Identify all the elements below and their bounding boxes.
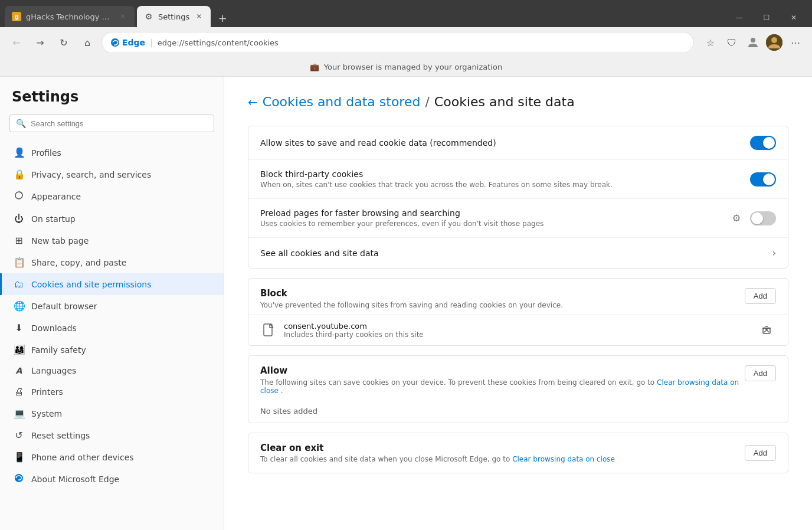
sidebar-item-printers[interactable]: 🖨 Printers — [0, 381, 224, 403]
search-icon: 🔍 — [16, 119, 26, 128]
notification-bar: 💼 Your browser is managed by your organi… — [0, 58, 812, 77]
languages-label: Languages — [31, 366, 76, 375]
see-all-cookies-label: See all cookies and site data — [260, 248, 379, 258]
system-label: System — [31, 409, 62, 418]
content-area: ← Cookies and data stored / Cookies and … — [224, 77, 812, 530]
preload-pages-left: Preload pages for faster browsing and se… — [260, 208, 732, 228]
forward-button[interactable]: → — [31, 33, 50, 52]
block-third-party-row: Block third-party cookies When on, sites… — [248, 160, 788, 199]
about-edge-icon — [14, 473, 24, 485]
sidebar-item-about-edge[interactable]: About Microsoft Edge — [0, 468, 224, 490]
search-input[interactable] — [31, 119, 208, 128]
sidebar-item-downloads[interactable]: ⬇ Downloads — [0, 317, 224, 339]
tab-settings-close[interactable]: ✕ — [194, 12, 204, 21]
newtab-icon: ⊞ — [14, 235, 24, 246]
allow-desc: The following sites can save cookies on … — [260, 378, 745, 395]
clear-link[interactable]: Clear browsing data on close — [512, 455, 615, 463]
sidebar-item-default-browser[interactable]: 🌐 Default browser — [0, 295, 224, 317]
share-label: Share, copy, and paste — [31, 258, 126, 267]
allow-desc-end: . — [281, 387, 283, 395]
no-sites-label: No sites added — [248, 400, 788, 423]
sidebar-item-languages[interactable]: A Languages — [0, 361, 224, 381]
allow-add-button[interactable]: Add — [745, 365, 776, 381]
menu-icon[interactable]: ⋯ — [786, 33, 805, 52]
reset-icon: ↺ — [14, 430, 24, 441]
favorites-icon[interactable]: ☆ — [701, 33, 720, 52]
blocked-site-info: consent.youtube.com Includes third-party… — [284, 322, 750, 339]
delete-blocked-site-button[interactable] — [757, 320, 776, 339]
profile-icon[interactable] — [744, 33, 762, 52]
clear-desc: To clear all cookies and site data when … — [260, 455, 615, 463]
cookies-label: Cookies and site permissions — [31, 280, 152, 289]
toggle-knob-3 — [751, 212, 763, 224]
newtab-label: New tab page — [31, 236, 89, 246]
printers-label: Printers — [31, 387, 63, 397]
back-arrow[interactable]: ← — [248, 95, 258, 109]
clear-section-header: Clear on exit To clear all cookies and s… — [248, 433, 788, 473]
toggle-knob — [763, 137, 775, 149]
shield-icon[interactable]: 🛡 — [722, 33, 741, 52]
sidebar-title: Settings — [0, 89, 224, 114]
block-add-button[interactable]: Add — [745, 288, 776, 304]
tab-ghacks-label: gHacks Technology News — [26, 12, 113, 21]
share-icon: 📋 — [14, 257, 24, 268]
sidebar-item-share[interactable]: 📋 Share, copy, and paste — [0, 251, 224, 273]
tab-settings[interactable]: ⚙ Settings ✕ — [137, 6, 211, 27]
clear-section-left: Clear on exit To clear all cookies and s… — [260, 443, 615, 463]
preload-toggle[interactable] — [750, 211, 776, 225]
minimize-button[interactable]: — — [726, 8, 753, 27]
blocked-site-subdesc: Includes third-party cookies on this sit… — [284, 331, 750, 339]
sidebar-item-family-safety[interactable]: 👨‍👩‍👧 Family safety — [0, 339, 224, 361]
downloads-icon: ⬇ — [14, 322, 24, 333]
preload-pages-title: Preload pages for faster browsing and se… — [260, 208, 732, 218]
clear-add-button[interactable]: Add — [745, 445, 776, 461]
address-field[interactable]: Edge | edge://settings/content/cookies — [102, 32, 694, 53]
see-all-cookies-row[interactable]: See all cookies and site data › — [248, 238, 788, 268]
gear-icon[interactable]: ⚙ — [732, 212, 741, 224]
sidebar-item-reset[interactable]: ↺ Reset settings — [0, 424, 224, 446]
new-tab-button[interactable]: + — [213, 8, 232, 27]
allow-save-read-left: Allow sites to save and read cookie data… — [260, 138, 750, 148]
main-area: Settings 🔍 👤 Profiles 🔒 Privacy, search,… — [0, 77, 812, 530]
sidebar-item-phone[interactable]: 📱 Phone and other devices — [0, 446, 224, 468]
close-button[interactable]: ✕ — [780, 8, 807, 27]
refresh-button[interactable]: ↻ — [54, 33, 73, 52]
block-desc: You've prevented the following sites fro… — [260, 301, 563, 309]
clear-title: Clear on exit — [260, 443, 615, 453]
tab-ghacks[interactable]: g gHacks Technology News ✕ — [5, 6, 135, 27]
cookies-icon: 🗂 — [14, 279, 24, 290]
sidebar-item-newtab[interactable]: ⊞ New tab page — [0, 230, 224, 251]
main-settings-section: Allow sites to save and read cookie data… — [248, 126, 788, 269]
breadcrumb-separator: / — [425, 94, 429, 109]
phone-label: Phone and other devices — [31, 453, 134, 462]
allow-save-read-toggle[interactable] — [750, 136, 776, 150]
allow-section-left: Allow The following sites can save cooki… — [260, 365, 745, 395]
clear-section: Clear on exit To clear all cookies and s… — [248, 433, 788, 473]
tab-ghacks-close[interactable]: ✕ — [118, 12, 127, 21]
maximize-button[interactable]: ☐ — [753, 8, 780, 27]
sidebar-item-appearance[interactable]: Appearance — [0, 185, 224, 208]
sidebar-item-system[interactable]: 💻 System — [0, 403, 224, 424]
briefcase-icon: 💼 — [310, 63, 319, 71]
blocked-site-name: consent.youtube.com — [284, 322, 750, 331]
privacy-icon: 🔒 — [14, 169, 24, 180]
avatar-icon[interactable] — [765, 33, 784, 52]
breadcrumb-link[interactable]: Cookies and data stored — [263, 94, 421, 109]
sidebar-item-cookies[interactable]: 🗂 Cookies and site permissions — [0, 273, 224, 295]
sidebar-item-startup[interactable]: ⏻ On startup — [0, 208, 224, 230]
default-browser-label: Default browser — [31, 302, 97, 311]
home-button[interactable]: ⌂ — [78, 33, 97, 52]
block-third-party-desc: When on, sites can't use cookies that tr… — [260, 181, 750, 189]
sidebar-item-profiles[interactable]: 👤 Profiles — [0, 142, 224, 163]
allow-save-read-row: Allow sites to save and read cookie data… — [248, 126, 788, 160]
appearance-label: Appearance — [31, 192, 81, 201]
notification-text: Your browser is managed by your organiza… — [324, 63, 502, 71]
address-bar: ← → ↻ ⌂ Edge | edge://settings/content/c… — [0, 27, 812, 58]
sidebar-item-privacy[interactable]: 🔒 Privacy, search, and services — [0, 163, 224, 185]
block-third-party-toggle[interactable] — [750, 172, 776, 187]
allow-title: Allow — [260, 365, 745, 376]
block-third-party-title: Block third-party cookies — [260, 169, 750, 179]
search-box[interactable]: 🔍 — [9, 114, 214, 132]
block-third-party-left: Block third-party cookies When on, sites… — [260, 169, 750, 189]
back-button[interactable]: ← — [7, 33, 26, 52]
